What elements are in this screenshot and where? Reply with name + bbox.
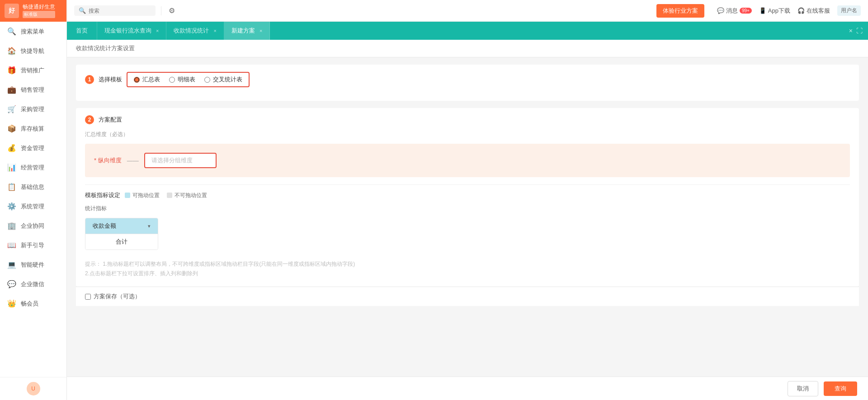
step1-section: 1 选择模板 汇总表 明细表 交叉统计表	[76, 65, 859, 101]
computer-icon: 💻	[7, 260, 16, 269]
dimension-section-title: 汇总维度（必选）	[85, 131, 850, 138]
dimension-select[interactable]: 请选择分组维度	[144, 153, 217, 168]
topbar-search-box[interactable]: 🔍	[74, 5, 156, 16]
sidebar-item-system[interactable]: ⚙️ 系统管理	[0, 197, 66, 216]
dimension-row: 纵向维度 —— 请选择分组维度	[94, 153, 841, 168]
step2-header: 2 方案配置	[85, 115, 850, 124]
sidebar-item-member[interactable]: 👑 畅会员	[0, 294, 66, 313]
save-label: 方案保存（可选）	[94, 292, 141, 301]
download-button[interactable]: 📱 App下载	[759, 7, 790, 15]
metrics-title: 模板指标设定	[85, 191, 120, 199]
gift-icon: 🎁	[7, 66, 16, 75]
sidebar-item-label: 企业协同	[21, 222, 44, 230]
cancel-button[interactable]: 取消	[788, 381, 818, 396]
sidebar-item-sales[interactable]: 💼 销售管理	[0, 80, 66, 99]
tab-collect-label: 收款情况统计	[174, 27, 209, 35]
radio-cross-input[interactable]	[204, 77, 210, 83]
sidebar-item-hardware[interactable]: 💻 智能硬件	[0, 255, 66, 274]
sidebar-item-enterprise[interactable]: 🏢 企业协同	[0, 216, 66, 235]
message-button[interactable]: 💬 消息 99+	[717, 7, 752, 15]
sidebar-item-basic[interactable]: 📋 基础信息	[0, 177, 66, 197]
non-draggable-dot	[167, 193, 172, 198]
save-checkbox[interactable]	[85, 294, 91, 300]
tip-2: 2.点击标题栏下拉可设置排序、插入列和删除列	[85, 270, 850, 278]
sidebar-item-label: 快捷导航	[21, 47, 44, 55]
sidebar-item-purchase[interactable]: 🛒 采购管理	[0, 99, 66, 119]
breadcrumb-text: 收款情况统计方案设置	[76, 45, 135, 52]
chat-icon: 💬	[7, 280, 16, 288]
sidebar-item-label: 采购管理	[21, 105, 44, 113]
dimension-placeholder: 请选择分组维度	[151, 157, 193, 164]
sidebar-item-wechat[interactable]: 💬 企业微信	[0, 274, 66, 294]
crown-icon: 👑	[7, 299, 16, 308]
radio-detail-input[interactable]	[169, 77, 175, 83]
radio-summary-input[interactable]	[134, 77, 140, 83]
query-button[interactable]: 查询	[824, 381, 857, 396]
tab-new-plan-label: 新建方案	[231, 27, 255, 35]
tip-1: 提示： 1.拖动标题栏可以调整布局，不可跨维度或指标区域拖动栏目字段(只能在同一…	[85, 260, 850, 268]
step2-number: 2	[85, 115, 94, 124]
gear-icon: ⚙️	[7, 202, 16, 211]
metrics-header: 模板指标设定 可拖动位置 不可拖动位置	[85, 191, 850, 199]
breadcrumb: 收款情况统计方案设置	[67, 40, 868, 57]
logo-icon: 好	[5, 4, 19, 18]
step2-title: 方案配置	[99, 116, 122, 124]
sidebar-item-nav[interactable]: 🏠 快捷导航	[0, 41, 66, 61]
clipboard-icon: 📋	[7, 183, 16, 191]
download-icon: 📱	[759, 7, 766, 14]
sidebar-item-label: 畅会员	[21, 300, 38, 308]
page-body: 1 选择模板 汇总表 明细表 交叉统计表	[67, 57, 868, 313]
edition-badge: 标准版	[23, 11, 55, 18]
sidebar-item-operation[interactable]: 📊 经营管理	[0, 158, 66, 177]
content-area: 收款情况统计方案设置 1 选择模板 汇总表 明细表	[67, 40, 868, 400]
industry-solution-button[interactable]: 体验行业方案	[656, 4, 704, 18]
radio-detail[interactable]: 明细表	[169, 75, 195, 84]
avatar[interactable]: U	[27, 382, 40, 395]
tab-collect[interactable]: 收款情况统计 ×	[166, 22, 224, 40]
metrics-col-header-label: 收款金额	[93, 222, 116, 230]
search-icon: 🔍	[7, 27, 16, 36]
radio-cross[interactable]: 交叉统计表	[204, 75, 242, 84]
tab-new-plan-close-icon[interactable]: ×	[259, 28, 262, 33]
search-input[interactable]	[89, 8, 143, 14]
sidebar-item-guide[interactable]: 📖 新手引导	[0, 235, 66, 255]
tab-bank[interactable]: 现金银行流水查询 ×	[97, 22, 166, 40]
metrics-legend: 可拖动位置 不可拖动位置	[125, 192, 207, 199]
service-button[interactable]: 🎧 在线客服	[797, 7, 830, 15]
radio-summary[interactable]: 汇总表	[134, 75, 160, 84]
briefcase-icon: 💼	[7, 85, 16, 94]
tab-bank-label: 现金银行流水查询	[104, 27, 151, 35]
sidebar-item-label: 智能硬件	[21, 261, 44, 269]
sidebar-item-finance[interactable]: 💰 资金管理	[0, 138, 66, 158]
vertical-dimension-label: 纵向维度	[94, 156, 122, 165]
topbar-right: 💬 消息 99+ 📱 App下载 🎧 在线客服 用户名	[717, 5, 861, 16]
sidebar-item-label: 库存核算	[21, 125, 44, 133]
box-icon: 📦	[7, 124, 16, 133]
close-window-icon[interactable]: ×	[849, 27, 853, 34]
sidebar-item-marketing[interactable]: 🎁 营销推广	[0, 61, 66, 80]
sidebar-item-label: 销售管理	[21, 86, 44, 94]
metrics-table: 收款金额 ▾ 合计	[85, 218, 158, 250]
tips-section: 提示： 1.拖动标题栏可以调整布局，不可跨维度或指标区域拖动栏目字段(只能在同一…	[85, 260, 850, 278]
service-icon: 🎧	[797, 7, 805, 14]
nav-tabs: 首页 现金银行流水查询 × 收款情况统计 × 新建方案 × × ⛶	[67, 22, 868, 40]
tab-home[interactable]: 首页	[67, 22, 97, 40]
chevron-down-icon: ▾	[148, 223, 151, 229]
nav-tabs-right: × ⛶	[844, 22, 868, 40]
settings-icon[interactable]: ⚙	[167, 5, 177, 17]
logo-text: 畅捷通好生意	[23, 4, 55, 11]
tab-home-label: 首页	[76, 27, 88, 35]
fullscreen-icon[interactable]: ⛶	[856, 27, 863, 34]
sidebar-logo: 好 畅捷通好生意 标准版	[0, 0, 66, 22]
tab-new-plan[interactable]: 新建方案 ×	[224, 22, 270, 40]
message-label: 消息	[726, 7, 738, 15]
money-icon: 💰	[7, 144, 16, 152]
user-info[interactable]: 用户名	[837, 5, 861, 16]
sidebar-item-inventory[interactable]: 📦 库存核算	[0, 119, 66, 138]
tab-bank-close-icon[interactable]: ×	[156, 28, 159, 33]
sidebar-bottom: U	[0, 377, 66, 400]
metrics-col-header-revenue[interactable]: 收款金额 ▾	[85, 218, 158, 234]
sidebar-item-label: 新手引导	[21, 241, 44, 249]
tab-collect-close-icon[interactable]: ×	[213, 28, 216, 33]
sidebar-item-search[interactable]: 🔍 搜索菜单	[0, 22, 66, 41]
